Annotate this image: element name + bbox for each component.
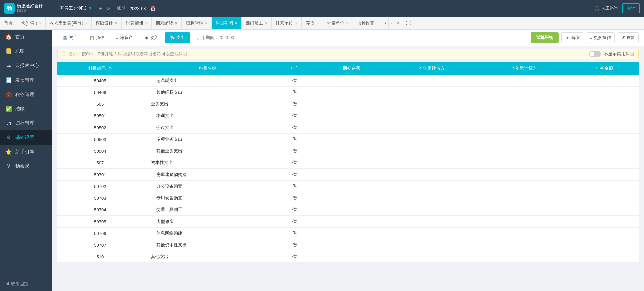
balance-button[interactable]: 试算平衡 bbox=[531, 32, 559, 43]
cell-ytd-credit bbox=[478, 169, 570, 181]
tab-income-annual[interactable]: 收入支出表(年报) × bbox=[46, 17, 92, 30]
tab-home[interactable]: 首页 bbox=[0, 17, 17, 30]
cell-ytd-debit bbox=[386, 110, 478, 122]
tab-contacts[interactable]: 往来单位 × bbox=[272, 17, 302, 30]
tab-department[interactable]: 部门员工 × bbox=[241, 17, 271, 30]
cell-opening-balance bbox=[317, 145, 386, 157]
table-row[interactable]: 50504其他业务支出借 bbox=[57, 145, 639, 157]
sidebar-pin-toggle[interactable]: ◀ 取消固定 bbox=[0, 277, 52, 291]
sub-tab-expenditure[interactable]: 📡 支出 bbox=[165, 32, 190, 43]
tab-currency[interactable]: 币种设置 × bbox=[353, 17, 383, 30]
sub-tab-assets[interactable]: 🏦 资产 bbox=[57, 32, 83, 43]
tab-tax-list[interactable]: 税表清册 × bbox=[122, 17, 152, 30]
sub-tab-net-assets[interactable]: ≡ 净资产 bbox=[111, 32, 138, 43]
account-button[interactable]: 会计 bbox=[622, 3, 640, 13]
service-button[interactable]: 🎧 人工咨询 bbox=[594, 5, 619, 11]
cloud-icon: ☁ bbox=[5, 62, 12, 69]
tab-prev-button[interactable]: ‹ bbox=[383, 17, 389, 30]
disable-toggle[interactable] bbox=[589, 51, 601, 57]
cell-ytd-credit bbox=[478, 134, 570, 145]
table-row[interactable]: 50707其他资本性支出借 bbox=[57, 239, 639, 251]
sidebar-label-ledger: 总账 bbox=[15, 48, 25, 54]
tab-close-icon[interactable]: × bbox=[235, 21, 237, 25]
tab-close-icon[interactable]: × bbox=[39, 21, 41, 25]
tab-inventory[interactable]: 存货 × bbox=[302, 17, 323, 30]
tab-archive-mgmt[interactable]: 归档管理 × bbox=[182, 17, 212, 30]
tab-period-end[interactable]: 期末结转 × bbox=[152, 17, 181, 30]
expenditure-label: 支出 bbox=[176, 35, 185, 41]
cell-name: 大型修缮 bbox=[143, 216, 272, 228]
tab-close-all-button[interactable]: × bbox=[394, 17, 403, 30]
cell-year-opening bbox=[570, 192, 639, 204]
table-row[interactable]: 50705大型修缮借 bbox=[57, 216, 639, 228]
table-row[interactable]: 50501培训支出借 bbox=[57, 110, 639, 122]
table-row[interactable]: 50405运温暖支出借 bbox=[57, 75, 639, 87]
cell-year-opening bbox=[570, 75, 639, 87]
table-row[interactable]: 50702办公设备购置借 bbox=[57, 181, 639, 192]
table-row[interactable]: 50406其他维权支出借 bbox=[57, 87, 639, 98]
tab-units[interactable]: 计量单位 × bbox=[323, 17, 353, 30]
more-operations-button[interactable]: ≡ 更多操作 bbox=[586, 32, 615, 43]
sidebar-item-invoice[interactable]: 🧾 发票管理 bbox=[0, 73, 52, 87]
sidebar-item-home[interactable]: 🏠 首页 bbox=[0, 30, 52, 44]
cell-direction: 借 bbox=[272, 157, 317, 169]
cell-code: 50702 bbox=[57, 181, 143, 192]
net-assets-icon: ≡ bbox=[116, 35, 119, 40]
settings-icon[interactable]: ⚙ bbox=[106, 5, 110, 12]
table-row[interactable]: 50701房屋建筑物购建借 bbox=[57, 169, 639, 181]
tab-close-icon[interactable]: × bbox=[145, 21, 147, 25]
tab-close-icon[interactable]: × bbox=[376, 21, 378, 25]
sidebar-label-member: 畅会员 bbox=[15, 163, 30, 169]
refresh-button[interactable]: ↺ 刷新 bbox=[618, 32, 639, 43]
tab-maximize-button[interactable]: ⛶ bbox=[403, 17, 413, 30]
tab-subject-init[interactable]: 科目期初 × bbox=[212, 17, 241, 30]
tab-close-icon[interactable]: × bbox=[85, 21, 87, 25]
cell-direction: 借 bbox=[272, 134, 317, 145]
sub-tab-income[interactable]: ⊕ 收入 bbox=[140, 32, 163, 43]
sidebar-item-checkout[interactable]: ✅ 结账 bbox=[0, 102, 52, 116]
cell-ytd-debit bbox=[386, 204, 478, 216]
company-name: 基层工会测试 bbox=[60, 5, 86, 11]
tab-next-button[interactable]: › bbox=[389, 17, 394, 30]
sidebar-item-base-settings[interactable]: ⚙ 基础设置 bbox=[0, 130, 52, 145]
cell-direction: 借 bbox=[272, 169, 317, 181]
sidebar-item-reports[interactable]: ☁ 云报表中心 bbox=[0, 58, 52, 73]
cell-ytd-credit bbox=[478, 216, 570, 228]
add-icon[interactable]: ＋ bbox=[98, 5, 103, 12]
company-selector[interactable]: 基层工会测试 ▼ bbox=[60, 5, 92, 11]
tab-middle-period[interactable]: 长(中期) × bbox=[17, 17, 46, 30]
table-row[interactable]: 50704交通工具购置借 bbox=[57, 204, 639, 216]
add-button[interactable]: ＋ 新增 bbox=[561, 32, 583, 43]
cell-code: 50502 bbox=[57, 122, 143, 134]
table-row[interactable]: 510其他支出借 bbox=[57, 251, 639, 263]
table-row[interactable]: 50502会议支出借 bbox=[57, 122, 639, 134]
hint-bar: ⓘ 提示：按Ctrl + F键并输入科目编码或者科目名称可以查找科目。 不显示禁… bbox=[57, 49, 639, 59]
sub-tab-liabilities[interactable]: 📋 负债 bbox=[84, 32, 110, 43]
tab-close-icon[interactable]: × bbox=[175, 21, 177, 25]
sidebar-item-archive[interactable]: 🗂 归档管理 bbox=[0, 116, 52, 130]
sidebar-item-ledger[interactable]: 📒 总账 bbox=[0, 44, 52, 58]
sidebar-item-tax[interactable]: 💼 税务管理 bbox=[0, 87, 52, 102]
table-row[interactable]: 50706信息网络购建借 bbox=[57, 228, 639, 239]
sidebar-item-guide[interactable]: 🌟 新手引导 bbox=[0, 145, 52, 159]
calendar-icon[interactable]: 📅 bbox=[150, 6, 156, 11]
tab-close-icon[interactable]: × bbox=[316, 21, 318, 25]
add-plus-icon: ＋ bbox=[565, 35, 570, 41]
tab-close-icon[interactable]: × bbox=[265, 21, 267, 25]
sidebar-item-member[interactable]: V 畅会员 bbox=[0, 159, 52, 173]
table-row[interactable]: 50503专项业务支出借 bbox=[57, 134, 639, 145]
table-row[interactable]: 507资本性支出借 bbox=[57, 157, 639, 169]
tab-close-icon[interactable]: × bbox=[115, 21, 117, 25]
cell-code: 50701 bbox=[57, 169, 143, 181]
tab-close-icon[interactable]: × bbox=[295, 21, 297, 25]
column-settings-icon[interactable]: ⚙ bbox=[108, 66, 112, 71]
tab-close-icon[interactable]: × bbox=[205, 21, 207, 25]
cell-ytd-credit bbox=[478, 75, 570, 87]
logo-area: 畅 畅捷通好会计 标题版 bbox=[4, 3, 56, 14]
cell-direction: 借 bbox=[272, 251, 317, 263]
table-row[interactable]: 50703专用设备购置借 bbox=[57, 192, 639, 204]
tab-close-icon[interactable]: × bbox=[346, 21, 348, 25]
tab-template-design[interactable]: 模版设计 × bbox=[92, 17, 121, 30]
table-row[interactable]: 505业务支出借 bbox=[57, 98, 639, 110]
tab-middle-period-label: 长(中期) bbox=[21, 20, 37, 26]
